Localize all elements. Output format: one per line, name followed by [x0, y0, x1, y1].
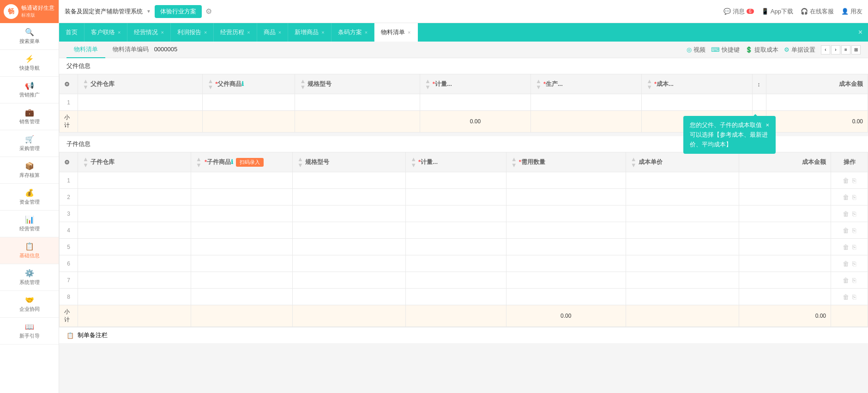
tab-customer-close[interactable]: × — [118, 30, 121, 35]
sidebar-item-sales[interactable]: 💼 销售管理 — [0, 103, 59, 130]
child-row-7-warehouse[interactable] — [78, 272, 191, 289]
child-row-5-cost-amount[interactable] — [739, 239, 831, 255]
cost-extract-button[interactable]: 💲 提取成本 — [745, 46, 778, 54]
child-row-7-copy-icon[interactable]: ⎘ — [852, 277, 856, 284]
tab-operations-status[interactable]: 经营情况 × — [127, 23, 170, 42]
child-row-4-cost-amount[interactable] — [739, 222, 831, 239]
sidebar-item-marketing[interactable]: 📢 营销推广 — [0, 77, 59, 103]
child-row-3-delete-icon[interactable]: 🗑 — [843, 210, 849, 218]
tab-bom-close[interactable]: × — [408, 30, 410, 35]
child-row-3-unit[interactable] — [406, 206, 506, 222]
child-row-5-copy-icon[interactable]: ⎘ — [852, 243, 856, 251]
sidebar-item-guide[interactable]: 📖 新手引导 — [0, 318, 59, 345]
parent-row-1-cost[interactable] — [642, 94, 753, 111]
child-row-4-warehouse[interactable] — [78, 222, 191, 239]
tab-customer[interactable]: 客户联络 × — [84, 23, 127, 42]
tab-home[interactable]: 首页 — [59, 23, 84, 42]
tab-new-goods-close[interactable]: × — [321, 30, 324, 35]
child-row-7-qty[interactable] — [506, 272, 626, 289]
subtab-bom-code[interactable]: 物料清单编码 0000005 — [105, 42, 185, 58]
nav-next-button[interactable]: › — [831, 45, 840, 54]
child-row-3-goods[interactable] — [191, 206, 293, 222]
child-row-4-copy-icon[interactable]: ⎘ — [852, 227, 856, 234]
child-row-2-delete-icon[interactable]: 🗑 — [843, 193, 849, 201]
app-download-button[interactable]: 📱 App下载 — [761, 7, 793, 16]
shortcut-button[interactable]: ⌨ 快捷键 — [711, 46, 740, 54]
child-row-6-warehouse[interactable] — [78, 255, 191, 272]
tab-new-goods[interactable]: 新增商品 × — [288, 23, 331, 42]
child-row-7-cost-amount[interactable] — [739, 272, 831, 289]
message-button[interactable]: 💬 消息 6 — [723, 7, 754, 16]
sidebar-item-system[interactable]: ⚙️ 系统管理 — [0, 264, 59, 291]
tab-goods[interactable]: 商品 × — [257, 23, 288, 42]
system-dropdown-arrow[interactable]: ▼ — [146, 9, 151, 14]
scan-button[interactable]: 扫码录入 — [236, 158, 264, 167]
child-row-4-unit[interactable] — [406, 222, 506, 239]
sidebar-item-operations[interactable]: 📊 经营管理 — [0, 211, 59, 237]
child-row-8-copy-icon[interactable]: ⎘ — [852, 293, 856, 301]
child-row-1-cost-amount[interactable] — [739, 172, 831, 189]
child-row-1-spec[interactable] — [293, 172, 406, 189]
child-row-8-cost-amount[interactable] — [739, 289, 831, 305]
child-row-5-spec[interactable] — [293, 239, 406, 255]
child-row-5-delete-icon[interactable]: 🗑 — [843, 243, 849, 251]
child-row-2-goods[interactable] — [191, 189, 293, 206]
child-row-1-goods[interactable] — [191, 172, 293, 189]
tab-barcode-close[interactable]: × — [365, 30, 368, 35]
tab-profit[interactable]: 利润报告 × — [171, 23, 214, 42]
child-row-2-cost-amount[interactable] — [739, 189, 831, 206]
child-goods-info-icon[interactable]: ℹ — [231, 158, 233, 165]
tab-history[interactable]: 经营历程 × — [214, 23, 257, 42]
settings-gear-icon[interactable]: ⚙ — [205, 7, 212, 16]
child-row-2-copy-icon[interactable]: ⎘ — [852, 193, 856, 201]
child-row-1-delete-icon[interactable]: 🗑 — [843, 177, 849, 184]
child-row-7-unit-cost[interactable] — [626, 272, 739, 289]
child-row-7-spec[interactable] — [293, 272, 406, 289]
tab-barcode[interactable]: 条码方案 × — [332, 23, 374, 42]
parent-row-1-production[interactable] — [531, 94, 642, 111]
video-button[interactable]: ◎ 视频 — [687, 46, 705, 54]
child-row-2-qty[interactable] — [506, 189, 626, 206]
child-row-1-copy-icon[interactable]: ⎘ — [852, 177, 856, 184]
child-row-5-goods[interactable] — [191, 239, 293, 255]
sidebar-item-inventory[interactable]: 📦 库存核算 — [0, 157, 59, 184]
single-settings-button[interactable]: ⚙ 单据设置 — [784, 46, 815, 54]
parent-row-1-cost-amount[interactable] — [766, 94, 868, 111]
nav-prev-button[interactable]: ‹ — [821, 45, 830, 54]
parent-row-1-goods[interactable] — [203, 94, 295, 111]
child-row-6-delete-icon[interactable]: 🗑 — [843, 260, 849, 267]
child-row-4-spec[interactable] — [293, 222, 406, 239]
child-row-5-unit[interactable] — [406, 239, 506, 255]
child-row-4-qty[interactable] — [506, 222, 626, 239]
child-row-6-spec[interactable] — [293, 255, 406, 272]
child-row-6-copy-icon[interactable]: ⎘ — [852, 260, 856, 267]
child-row-3-cost-amount[interactable] — [739, 206, 831, 222]
child-row-8-delete-icon[interactable]: 🗑 — [843, 293, 849, 301]
child-row-5-unit-cost[interactable] — [626, 239, 739, 255]
global-close-button[interactable]: × — [853, 28, 868, 36]
child-row-3-warehouse[interactable] — [78, 206, 191, 222]
try-button[interactable]: 体验行业方案 — [155, 5, 202, 18]
tab-operations-status-close[interactable]: × — [161, 30, 163, 35]
child-row-1-qty[interactable] — [506, 172, 626, 189]
tab-bom[interactable]: 物料清单 × — [374, 23, 417, 42]
parent-row-1-sort[interactable] — [753, 94, 766, 111]
child-row-5-warehouse[interactable] — [78, 239, 191, 255]
child-row-8-qty[interactable] — [506, 289, 626, 305]
online-service-button[interactable]: 🎧 在线客服 — [801, 7, 834, 16]
child-row-7-delete-icon[interactable]: 🗑 — [843, 277, 849, 284]
child-row-4-delete-icon[interactable]: 🗑 — [843, 227, 849, 234]
child-row-7-unit[interactable] — [406, 272, 506, 289]
child-row-2-spec[interactable] — [293, 189, 406, 206]
child-row-8-unit-cost[interactable] — [626, 289, 739, 305]
child-row-2-warehouse[interactable] — [78, 189, 191, 206]
sidebar-item-search[interactable]: 🔍 搜索菜单 — [0, 23, 59, 50]
child-row-8-warehouse[interactable] — [78, 289, 191, 305]
child-row-4-unit-cost[interactable] — [626, 222, 739, 239]
child-row-4-goods[interactable] — [191, 222, 293, 239]
child-col-settings[interactable]: ⚙ — [60, 152, 78, 172]
child-row-6-cost-amount[interactable] — [739, 255, 831, 272]
parent-row-1-spec[interactable] — [295, 94, 420, 111]
child-row-3-unit-cost[interactable] — [626, 206, 739, 222]
child-row-8-spec[interactable] — [293, 289, 406, 305]
